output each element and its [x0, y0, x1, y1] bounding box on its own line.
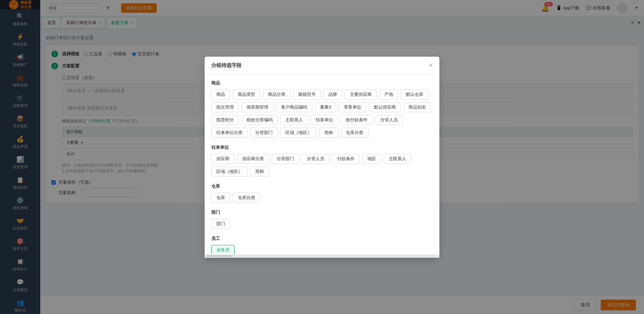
section-dept-title: 部门	[211, 209, 433, 215]
tag-area[interactable]: 地区	[362, 154, 381, 164]
section-staff-tags: 业务员	[211, 245, 433, 255]
tag-product[interactable]: 商品	[211, 89, 230, 100]
tag-tax-code[interactable]: 税收分类编码	[241, 115, 278, 125]
tag-default-supplier[interactable]: 默认供应商	[369, 102, 401, 112]
tag-expiry-mgmt[interactable]: 保质期管理	[241, 102, 273, 112]
modal-hscrollbar[interactable]	[205, 254, 439, 257]
tag-main-contact2[interactable]: 主联系人	[384, 154, 411, 164]
tag-main-supplier[interactable]: 主要供应商	[345, 89, 377, 100]
modal-close-button[interactable]: ×	[429, 62, 433, 69]
tag-warehouse[interactable]: 仓库	[211, 193, 230, 203]
hscroll-thumb	[206, 255, 233, 257]
tag-dept-manager[interactable]: 分管人员	[375, 115, 403, 125]
section-warehouse-tags: 仓库 仓库分类	[211, 193, 433, 203]
section-product-tags: 商品 商品类型 商品分类 规格型号 品牌 主要供应商 产地 默认仓库 批次管理 …	[211, 89, 433, 138]
section-product-title: 商品	[211, 80, 433, 86]
section-warehouse-title: 仓库	[211, 183, 433, 189]
tag-payment-cond[interactable]: 付款条件	[332, 154, 360, 164]
tag-pick-points[interactable]: 拣货积分	[211, 115, 239, 125]
tag-salesperson[interactable]: 业务员	[211, 245, 234, 255]
tag-spec-model[interactable]: 规格型号	[293, 89, 321, 100]
modal-header: 分组待选字段 ×	[205, 57, 439, 75]
tag-warehouse-cat[interactable]: 仓库分类	[233, 193, 260, 203]
tag-region[interactable]: 区域（地区）	[280, 128, 317, 138]
tag-default-warehouse[interactable]: 默认仓库	[401, 89, 428, 100]
modal-body[interactable]: 商品 商品 商品类型 商品分类 规格型号 品牌 主要供应商 产地 默认仓库 批次…	[205, 75, 439, 255]
modal: 分组待选字段 × 商品 商品 商品类型 商品分类 规格型号 品牌 主要供应商 产…	[205, 57, 439, 258]
section-staff: 员工 业务员	[211, 236, 433, 255]
tag-product-type[interactable]: 商品类型	[233, 89, 260, 100]
tag-department[interactable]: 部门	[211, 219, 230, 229]
hscroll-track	[206, 255, 438, 257]
tag-short-name[interactable]: 简称	[319, 128, 338, 138]
tag-partner-category[interactable]: 往来单位分类	[211, 128, 248, 138]
modal-overlay: 分组待选字段 × 商品 商品 商品类型 商品分类 规格型号 品牌 主要供应商 产…	[0, 0, 644, 314]
section-warehouse: 仓库 仓库 仓库分类	[211, 183, 433, 203]
section-staff-title: 员工	[211, 236, 433, 242]
tag-warehouse-category[interactable]: 仓库分类	[341, 128, 368, 138]
tag-batch-mgmt[interactable]: 批次管理	[211, 102, 239, 112]
section-partner: 往来单位 供应商 供应商分类 分管部门 分管人员 付款条件 地区 主联系人 区域…	[211, 144, 433, 177]
tag-retail-unit[interactable]: 零售单位	[339, 102, 366, 112]
tag-short-name2[interactable]: 简称	[250, 167, 269, 177]
section-partner-title: 往来单位	[211, 144, 433, 150]
tag-payment-terms[interactable]: 收付款条件	[341, 115, 373, 125]
modal-title: 分组待选字段	[211, 62, 241, 69]
tag-supplier[interactable]: 供应商	[211, 154, 234, 164]
tag-product-category[interactable]: 商品分类	[263, 89, 290, 100]
tag-brand[interactable]: 品牌	[323, 89, 342, 100]
tag-main-contact[interactable]: 主联系人	[280, 115, 308, 125]
tag-product-alias[interactable]: 商品别名	[404, 102, 431, 112]
section-dept: 部门 部门	[211, 209, 433, 229]
tag-dept[interactable]: 分管部门	[250, 128, 278, 138]
tag-supplier-category[interactable]: 供应商分类	[237, 154, 269, 164]
tag-settlement-unit[interactable]: 结算单位	[311, 115, 338, 125]
tag-manage-dept[interactable]: 分管部门	[272, 154, 299, 164]
section-partner-tags: 供应商 供应商分类 分管部门 分管人员 付款条件 地区 主联系人 区域（地区） …	[211, 154, 433, 177]
section-product: 商品 商品 商品类型 商品分类 规格型号 品牌 主要供应商 产地 默认仓库 批次…	[211, 80, 433, 138]
tag-customer-code[interactable]: 客户商品编码	[276, 102, 312, 112]
tag-origin[interactable]: 产地	[379, 89, 398, 100]
tag-region2[interactable]: 区域（地区）	[211, 167, 248, 177]
tag-weight[interactable]: 重量3	[315, 102, 336, 112]
section-dept-tags: 部门	[211, 219, 433, 229]
tag-manage-person[interactable]: 分管人员	[302, 154, 329, 164]
